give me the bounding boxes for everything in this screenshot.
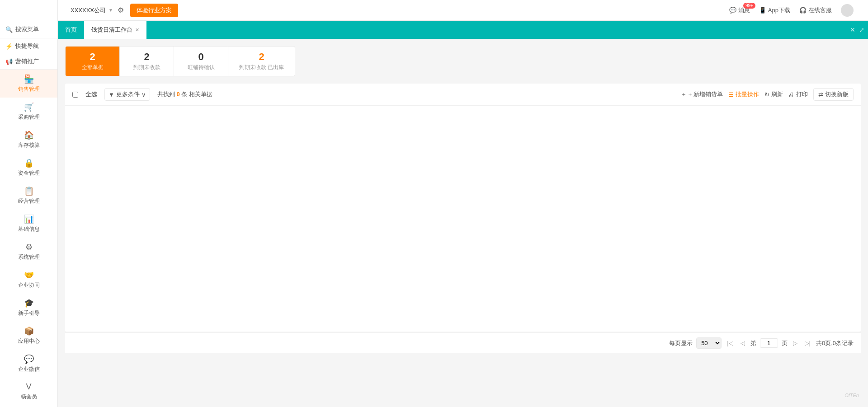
switch-label: 切换新版 bbox=[825, 90, 849, 98]
switch-version-btn[interactable]: ⇄ 切换新版 bbox=[813, 88, 854, 101]
tab-bar-right: ✕ ⤢ bbox=[850, 26, 868, 33]
sidebar-item-member[interactable]: V 畅会员 bbox=[0, 378, 57, 405]
tab-close-icon[interactable]: ✕ bbox=[135, 27, 139, 33]
sidebar-quick-nav[interactable]: ⚡ 快捷导航 bbox=[0, 38, 57, 54]
sidebar-item-inventory[interactable]: 🏠 库存核算 bbox=[0, 126, 57, 154]
sidebar-item-basic[interactable]: 📊 基础信息 bbox=[0, 210, 57, 238]
refresh-icon: ↻ bbox=[764, 91, 769, 98]
enterprise-label: 企业协同 bbox=[18, 281, 40, 289]
messages-item[interactable]: 💬 消息 99+ bbox=[729, 6, 750, 14]
table-area: 全选 ▼ 更多条件 ∨ 共找到 0 条 相关单据 ＋ + 新增销货单 ☰ 批量 bbox=[65, 84, 861, 332]
operation-icon: 📋 bbox=[24, 186, 34, 196]
print-icon: 🖨 bbox=[788, 91, 794, 98]
system-label: 系统管理 bbox=[18, 253, 40, 261]
stat-number-all: 2 bbox=[90, 51, 95, 63]
stat-number-pending: 0 bbox=[198, 51, 203, 63]
stat-label-all: 全部单据 bbox=[82, 64, 104, 71]
enterprise-icon: 🤝 bbox=[24, 270, 34, 280]
main-content: 2 全部单据 2 到期未收款 0 旺铺待确认 2 到期未收款 已出库 全选 ▼ … bbox=[58, 39, 868, 407]
per-page-select[interactable]: 50 100 200 bbox=[696, 337, 722, 349]
sidebar-item-enterprise[interactable]: 🤝 企业协同 bbox=[0, 266, 57, 294]
batch-operation-btn[interactable]: ☰ 批量操作 bbox=[728, 90, 759, 98]
guide-label: 新手引导 bbox=[18, 309, 40, 317]
sidebar-item-appstore[interactable]: 📦 应用中心 bbox=[0, 322, 57, 350]
prev-page-btn[interactable]: ◁ bbox=[739, 339, 747, 347]
new-btn-label: + 新增销货单 bbox=[689, 90, 723, 98]
pagination-bar: 每页显示 50 100 200 |◁ ◁ 第 页 ▷ ▷| 共0页,0条记录 bbox=[65, 332, 861, 353]
appstore-icon: 📦 bbox=[24, 326, 34, 336]
refresh-label: 刷新 bbox=[771, 90, 783, 98]
sidebar-promo[interactable]: 📢 营销推广 bbox=[0, 54, 57, 70]
switch-icon: ⇄ bbox=[818, 91, 823, 98]
action-bar-right: ＋ + 新增销货单 ☰ 批量操作 ↻ 刷新 🖨 打印 ⇄ 切换新版 bbox=[681, 88, 854, 101]
batch-icon: ☰ bbox=[728, 91, 734, 98]
stat-label-overdue: 到期未收款 bbox=[133, 64, 160, 71]
first-page-btn[interactable]: |◁ bbox=[725, 339, 735, 347]
more-conditions-btn[interactable]: ▼ 更多条件 ∨ bbox=[104, 88, 150, 101]
stat-tab-overdue[interactable]: 2 到期未收款 bbox=[120, 47, 174, 76]
purchase-label: 采购管理 bbox=[18, 113, 40, 121]
page-label: 第 bbox=[750, 339, 756, 347]
member-icon: V bbox=[26, 382, 31, 392]
tab-cash-goods[interactable]: 钱货日清工作台 ✕ bbox=[84, 21, 146, 39]
sidebar-item-operation[interactable]: 📋 经营管理 bbox=[0, 182, 57, 210]
filter-bar: 全选 ▼ 更多条件 ∨ 共找到 0 条 相关单据 ＋ + 新增销货单 ☰ 批量 bbox=[65, 84, 861, 106]
online-service[interactable]: 🎧 在线客服 bbox=[799, 6, 832, 14]
member-label: 畅会员 bbox=[21, 393, 37, 401]
header-right: 💬 消息 99+ 📱 App下载 🎧 在线客服 bbox=[729, 4, 863, 17]
sidebar-search-label: 搜索菜单 bbox=[15, 25, 39, 33]
sidebar-item-sales[interactable]: 🏪 销售管理 bbox=[0, 70, 57, 98]
table-body bbox=[65, 106, 861, 332]
stat-number-overdue: 2 bbox=[144, 51, 149, 63]
wechat-icon: 💬 bbox=[24, 354, 34, 364]
company-selector[interactable]: XXXXXX公司 ▼ bbox=[71, 6, 113, 14]
basic-icon: 📊 bbox=[24, 214, 34, 224]
sidebar-item-wechat[interactable]: 💬 企业微信 bbox=[0, 350, 57, 378]
stat-tab-pending[interactable]: 0 旺铺待确认 bbox=[174, 47, 228, 76]
user-avatar[interactable] bbox=[841, 4, 854, 17]
chevron-down-icon: ▼ bbox=[108, 8, 113, 13]
inventory-label: 库存核算 bbox=[18, 141, 40, 149]
sidebar-item-purchase[interactable]: 🛒 采购管理 bbox=[0, 98, 57, 126]
tab-collapse-icon[interactable]: ✕ bbox=[850, 26, 855, 33]
page-input[interactable] bbox=[760, 338, 778, 348]
new-sales-order-btn[interactable]: ＋ + 新增销货单 bbox=[681, 90, 723, 98]
stat-label-overdue-out: 到期未收款 已出库 bbox=[239, 64, 284, 71]
found-suffix: 相关单据 bbox=[189, 91, 212, 98]
refresh-btn[interactable]: ↻ 刷新 bbox=[764, 90, 783, 98]
basic-label: 基础信息 bbox=[18, 225, 40, 233]
found-text: 共找到 0 条 相关单据 bbox=[157, 90, 212, 98]
sidebar-item-guide[interactable]: 🎓 新手引导 bbox=[0, 294, 57, 322]
purchase-icon: 🛒 bbox=[24, 102, 34, 112]
sidebar-item-finance[interactable]: 🔒 资金管理 bbox=[0, 154, 57, 182]
next-page-btn[interactable]: ▷ bbox=[791, 339, 799, 347]
app-download[interactable]: 📱 App下载 bbox=[759, 6, 790, 14]
stat-tab-overdue-out[interactable]: 2 到期未收款 已出库 bbox=[228, 47, 295, 76]
print-btn[interactable]: 🖨 打印 bbox=[788, 90, 808, 98]
tab-expand-icon[interactable]: ⤢ bbox=[859, 26, 864, 33]
sales-label: 销售管理 bbox=[18, 85, 40, 93]
appstore-label: 应用中心 bbox=[18, 337, 40, 345]
chevron-icon: ∨ bbox=[142, 91, 146, 98]
headset-icon: 🎧 bbox=[799, 7, 807, 14]
stat-label-pending: 旺铺待确认 bbox=[188, 64, 215, 71]
select-all-checkbox[interactable] bbox=[72, 92, 78, 98]
stats-tabs: 2 全部单据 2 到期未收款 0 旺铺待确认 2 到期未收款 已出库 bbox=[65, 46, 295, 76]
last-page-btn[interactable]: ▷| bbox=[803, 339, 812, 347]
online-service-label: 在线客服 bbox=[808, 6, 832, 14]
tab-home[interactable]: 首页 bbox=[58, 21, 84, 39]
sidebar-item-system[interactable]: ⚙ 系统管理 bbox=[0, 238, 57, 266]
company-name: XXXXXX公司 bbox=[71, 6, 106, 14]
batch-label: 批量操作 bbox=[736, 90, 759, 98]
search-icon: 🔍 bbox=[5, 26, 13, 33]
trial-button[interactable]: 体验行业方案 bbox=[130, 4, 178, 17]
filter-icon: ▼ bbox=[108, 91, 114, 98]
message-badge: 99+ bbox=[743, 3, 755, 9]
settings-icon[interactable]: ⚙ bbox=[118, 6, 124, 14]
found-unit: 条 bbox=[181, 91, 187, 98]
sales-icon: 🏪 bbox=[24, 74, 34, 84]
stat-tab-all[interactable]: 2 全部单据 bbox=[66, 47, 120, 76]
finance-label: 资金管理 bbox=[18, 169, 40, 177]
sidebar-promo-label: 营销推广 bbox=[15, 57, 39, 65]
sidebar-search[interactable]: 🔍 搜索菜单 bbox=[0, 21, 57, 38]
